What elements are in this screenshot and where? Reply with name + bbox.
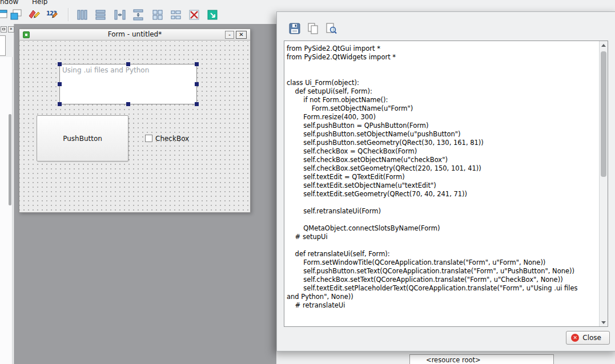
float-icon: [2, 28, 5, 30]
close-button[interactable]: ✕ Close: [566, 331, 610, 345]
layout-horizontal-splitter-button[interactable]: [112, 7, 127, 22]
form-window-title: Form - untitled*: [19, 30, 250, 38]
layout-vertical-icon: [94, 8, 107, 22]
menu-help[interactable]: Help: [32, 0, 47, 5]
edit-tab-order-button[interactable]: 123: [45, 7, 61, 22]
close-circle-icon: ✕: [571, 334, 579, 342]
edit-tab-order-icon: [45, 7, 59, 21]
arrow-down-icon: [601, 321, 606, 324]
scroll-down-button[interactable]: [600, 318, 608, 326]
menubar: Window Help: [0, 0, 615, 5]
layout-horizontal-button[interactable]: [74, 7, 90, 22]
edit-widgets-button[interactable]: [8, 7, 23, 22]
code-view[interactable]: from PySide2.QtGui import * from PySide2…: [284, 41, 608, 327]
edit-widgets-icon: [9, 8, 23, 22]
form-close-button[interactable]: ✕: [236, 31, 247, 39]
close-icon: ✕: [10, 27, 13, 31]
layout-grid-button[interactable]: [150, 7, 165, 22]
selection-handle-bottom-right[interactable]: [195, 102, 199, 106]
find-icon: [324, 22, 338, 35]
find-button[interactable]: [324, 21, 339, 36]
checkbox-widget[interactable]: CheckBox: [145, 127, 203, 150]
form-editor-window: Form - untitled* - ✕ Using .ui files and…: [19, 29, 251, 213]
checkbox-label: CheckBox: [155, 135, 189, 143]
close-button-label: Close: [582, 334, 601, 342]
mdi-area: Form - untitled* - ✕ Using .ui files and…: [14, 24, 276, 364]
qt-designer-app: Window Help 123: [0, 0, 615, 364]
save-button[interactable]: [287, 21, 302, 36]
code-viewer-dialog: from PySide2.QtGui import * from PySide2…: [276, 11, 615, 351]
widgetbox-body-fragment: [0, 57, 13, 364]
code-scrollbar[interactable]: [599, 41, 608, 326]
selection-handle-top-right[interactable]: [195, 62, 199, 66]
break-layout-icon: [187, 8, 201, 22]
layout-form-button[interactable]: [168, 7, 183, 22]
adjust-size-button[interactable]: [204, 7, 220, 22]
layout-vertical-splitter-button[interactable]: [130, 7, 146, 22]
save-icon: [288, 22, 302, 35]
resource-root-item[interactable]: <resource root>: [409, 354, 554, 364]
dock-close-button[interactable]: ✕: [8, 26, 14, 33]
dock-float-button[interactable]: [1, 26, 7, 33]
adjust-size-icon: [206, 8, 219, 22]
scrollbar-thumb[interactable]: [601, 51, 606, 177]
layout-vertical-button[interactable]: [93, 7, 108, 22]
form-minimize-button[interactable]: -: [225, 31, 234, 39]
selection-handle-bottom-middle[interactable]: [126, 102, 130, 106]
layout-horizontal-icon: [75, 8, 89, 22]
edit-signals-slots-button[interactable]: [26, 7, 42, 22]
pushbutton-label: PushButton: [63, 135, 102, 143]
copy-icon: [306, 22, 320, 35]
scroll-up-button[interactable]: [600, 41, 608, 49]
checkbox-indicator[interactable]: [145, 135, 152, 142]
selection-handle-bottom-left[interactable]: [58, 102, 62, 106]
arrow-up-icon: [601, 44, 606, 47]
edit-signals-slots-icon: [27, 8, 41, 22]
selection-handle-top-middle[interactable]: [126, 62, 130, 66]
left-dock-panel: ✕: [0, 24, 14, 364]
layout-form-icon: [169, 8, 183, 22]
layout-horizontal-splitter-icon: [113, 8, 127, 22]
form-window-titlebar[interactable]: Form - untitled* - ✕: [19, 29, 250, 41]
selection-handle-middle-right[interactable]: [195, 82, 199, 86]
form-canvas[interactable]: Using .ui files and Python PushButton Ch…: [19, 41, 250, 212]
toolbar-separator: [68, 8, 69, 21]
textedit-widget[interactable]: Using .ui files and Python: [59, 64, 197, 104]
menu-window[interactable]: Window: [0, 0, 18, 5]
selection-handle-middle-left[interactable]: [58, 82, 62, 86]
layout-vertical-splitter-icon: [131, 8, 145, 22]
copy-button[interactable]: [306, 21, 320, 36]
widgetbox-filter-fragment: [0, 35, 6, 56]
textedit-placeholder: Using .ui files and Python: [62, 66, 149, 74]
layout-grid-icon: [151, 8, 164, 22]
selection-handle-top-left[interactable]: [58, 62, 62, 66]
pushbutton-widget[interactable]: PushButton: [37, 115, 128, 161]
break-layout-button[interactable]: [186, 7, 202, 22]
resource-root-label: <resource root>: [426, 356, 481, 364]
code-text[interactable]: from PySide2.QtGui import * from PySide2…: [287, 45, 598, 325]
resource-browser-panel: <resource root>: [276, 351, 615, 364]
widgetbox-scrollbar[interactable]: [9, 114, 11, 205]
